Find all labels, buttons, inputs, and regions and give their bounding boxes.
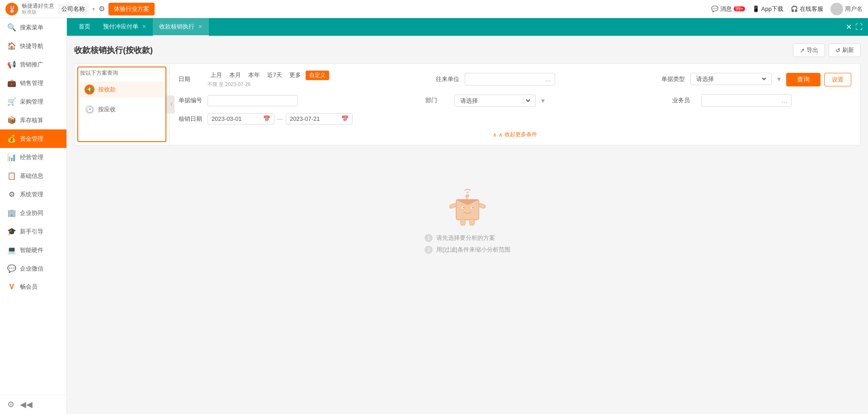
svg-point-3 bbox=[462, 207, 464, 209]
sidebar-item-system[interactable]: ⚙ 系统管理 bbox=[0, 185, 66, 204]
filter-option-by-receivable[interactable]: 🕐 按应收 bbox=[80, 101, 164, 118]
filter-option-receivable-icon: 🕐 bbox=[85, 105, 94, 114]
date-btn-more[interactable]: 更多 bbox=[287, 70, 304, 80]
date-btn-custom[interactable]: 自定义 bbox=[306, 71, 329, 80]
doctype-select-wrapper[interactable]: 请选择 bbox=[690, 73, 772, 85]
message-button[interactable]: 💬 消息 99+ bbox=[711, 5, 745, 13]
sidebar-label-sales: 销售管理 bbox=[20, 79, 43, 87]
collapse-more-bar[interactable]: ∧ ∧ 收起更多条件 bbox=[179, 131, 851, 138]
svg-rect-5 bbox=[449, 203, 457, 209]
sidebar-item-finance[interactable]: 💰 资金管理 bbox=[0, 129, 66, 148]
enterprise-icon: 🏢 bbox=[7, 209, 16, 217]
guide-icon: 🎓 bbox=[7, 227, 16, 236]
sidebar-item-purchase[interactable]: 🛒 采购管理 bbox=[0, 92, 66, 111]
date-btn-this-month[interactable]: 本月 bbox=[226, 70, 244, 80]
operations-icon: 📊 bbox=[7, 153, 16, 162]
marketing-icon: 📢 bbox=[7, 60, 16, 69]
date-btn-7days[interactable]: 近7天 bbox=[264, 70, 285, 80]
dept-select-wrapper[interactable]: 请选择 bbox=[454, 95, 536, 107]
filter-collapse-button[interactable]: 《 bbox=[166, 95, 175, 114]
counterpart-input[interactable] bbox=[469, 76, 543, 82]
empty-illustration bbox=[445, 181, 490, 227]
svg-rect-7 bbox=[461, 219, 465, 225]
sidebar-item-quick-nav[interactable]: 🏠 快捷导航 bbox=[0, 37, 66, 55]
empty-tips: 1 请先选择要分析的方案 2 用[过滤]条件来缩小分析范围 bbox=[425, 234, 510, 254]
docnumber-input[interactable] bbox=[208, 95, 298, 106]
settings-button[interactable]: 设置 bbox=[824, 73, 851, 86]
solution-button[interactable]: 体验行业方案 bbox=[108, 3, 155, 15]
calendar-start-icon[interactable]: 📅 bbox=[263, 115, 270, 122]
sidebar-item-basic-info[interactable]: 📋 基础信息 bbox=[0, 167, 66, 185]
dept-select[interactable]: 请选择 bbox=[458, 97, 532, 105]
chevron-down-icon[interactable]: ▾ bbox=[92, 6, 95, 12]
page-header: 收款核销执行(按收款) ↗ 导出 ↺ 刷新 bbox=[74, 43, 861, 57]
company-name[interactable]: 公司名称 bbox=[58, 4, 89, 14]
settings-icon[interactable]: ⚙ bbox=[99, 5, 105, 13]
tab-expand-icon[interactable]: ⛶ bbox=[855, 23, 863, 31]
tab-prepay-close[interactable]: ✕ bbox=[142, 24, 146, 30]
refresh-button[interactable]: ↺ 刷新 bbox=[829, 43, 861, 57]
app-download-label: App下载 bbox=[761, 5, 783, 13]
page-content: 收款核销执行(按收款) ↗ 导出 ↺ 刷新 按以下方案查 bbox=[67, 36, 868, 414]
user-avatar[interactable]: 用户名 bbox=[830, 3, 863, 15]
sidebar-item-hardware[interactable]: 💻 智能硬件 bbox=[0, 241, 66, 259]
export-button[interactable]: ↗ 导出 bbox=[793, 43, 825, 57]
tab-close-all-icon[interactable]: ✕ bbox=[846, 23, 852, 31]
verifydate-end-input[interactable] bbox=[290, 115, 340, 122]
tab-home-label: 首页 bbox=[79, 23, 90, 31]
tab-prepay[interactable]: 预付冲应付单 ✕ bbox=[97, 18, 153, 36]
message-badge: 99+ bbox=[734, 6, 745, 11]
finance-icon: 💰 bbox=[7, 134, 16, 143]
sidebar-label-weixin: 企业微信 bbox=[20, 265, 43, 273]
verifydate-start-input[interactable] bbox=[212, 115, 261, 122]
filter-docnumber-field: 单据编号 bbox=[179, 95, 298, 106]
tab-receipt-verify-label: 收款核销执行 bbox=[159, 23, 194, 31]
sidebar-collapse-icon[interactable]: ◀◀ bbox=[20, 400, 33, 409]
counterpart-dots-icon[interactable]: ... bbox=[545, 75, 551, 83]
sidebar-label-inventory: 库存核算 bbox=[20, 116, 43, 124]
sidebar-item-member[interactable]: V 畅会员 bbox=[0, 278, 66, 296]
date-range-separator: — bbox=[277, 115, 283, 122]
weixin-icon: 💬 bbox=[7, 264, 16, 273]
svg-rect-6 bbox=[478, 203, 486, 209]
tab-home[interactable]: 首页 bbox=[72, 18, 97, 36]
download-icon: 📱 bbox=[752, 5, 760, 12]
date-btn-this-year[interactable]: 本年 bbox=[245, 70, 263, 80]
refresh-label: 刷新 bbox=[842, 46, 854, 54]
staff-dots-icon[interactable]: ... bbox=[782, 96, 788, 105]
doctype-select[interactable]: 请选择 bbox=[694, 75, 768, 83]
sidebar-item-search[interactable]: 🔍 搜索菜单 bbox=[0, 18, 66, 37]
staff-input[interactable] bbox=[705, 97, 780, 104]
sidebar-item-guide[interactable]: 🎓 新手引导 bbox=[0, 222, 66, 241]
filter-counterpart-field: 往来单位 ... bbox=[436, 73, 555, 86]
date-label: 日期 bbox=[179, 75, 204, 83]
tab-receipt-verify-close[interactable]: ✕ bbox=[198, 24, 203, 30]
filter-right-panel: 日期 上月 本月 本年 近7天 更多 自定义 不限 至 bbox=[170, 64, 860, 145]
date-btn-last-month[interactable]: 上月 bbox=[208, 70, 225, 80]
bottom-settings-icon[interactable]: ⚙ bbox=[7, 400, 14, 409]
query-button[interactable]: 查询 bbox=[786, 73, 821, 86]
empty-tip-2: 2 用[过滤]条件来缩小分析范围 bbox=[425, 246, 510, 254]
collapse-left-icon: 《 bbox=[168, 101, 173, 108]
doctype-dots-icon[interactable]: ▾ bbox=[777, 75, 781, 83]
sidebar-item-sales[interactable]: 💼 销售管理 bbox=[0, 74, 66, 92]
collapse-more-icon: ∧ ∧ bbox=[493, 132, 502, 138]
sidebar-item-weixin[interactable]: 💬 企业微信 bbox=[0, 259, 66, 278]
sidebar-item-operations[interactable]: 📊 经营管理 bbox=[0, 148, 66, 167]
service-icon: 🎧 bbox=[791, 5, 798, 12]
sidebar-label-member: 畅会员 bbox=[20, 283, 38, 291]
export-label: 导出 bbox=[807, 46, 818, 54]
refresh-icon: ↺ bbox=[835, 47, 840, 54]
sidebar-item-enterprise[interactable]: 🏢 企业协同 bbox=[0, 204, 66, 222]
empty-tip-1: 1 请先选择要分析的方案 bbox=[425, 234, 510, 242]
dept-chevron-icon[interactable]: ▾ bbox=[541, 96, 545, 105]
tab-receipt-verify[interactable]: 收款核销执行 ✕ bbox=[153, 18, 209, 36]
calendar-end-icon[interactable]: 📅 bbox=[341, 115, 349, 122]
sidebar-item-marketing[interactable]: 📢 营销推广 bbox=[0, 55, 66, 74]
filter-option-by-receipt[interactable]: 💵 按收款 bbox=[80, 81, 164, 98]
top-bar-right: 💬 消息 99+ 📱 App下载 🎧 在线客服 用户名 bbox=[711, 3, 863, 15]
app-download-button[interactable]: 📱 App下载 bbox=[752, 5, 783, 13]
verifydate-end-wrapper: 📅 bbox=[286, 113, 353, 124]
sidebar-item-inventory[interactable]: 📦 库存核算 bbox=[0, 111, 66, 129]
customer-service-button[interactable]: 🎧 在线客服 bbox=[791, 5, 823, 13]
